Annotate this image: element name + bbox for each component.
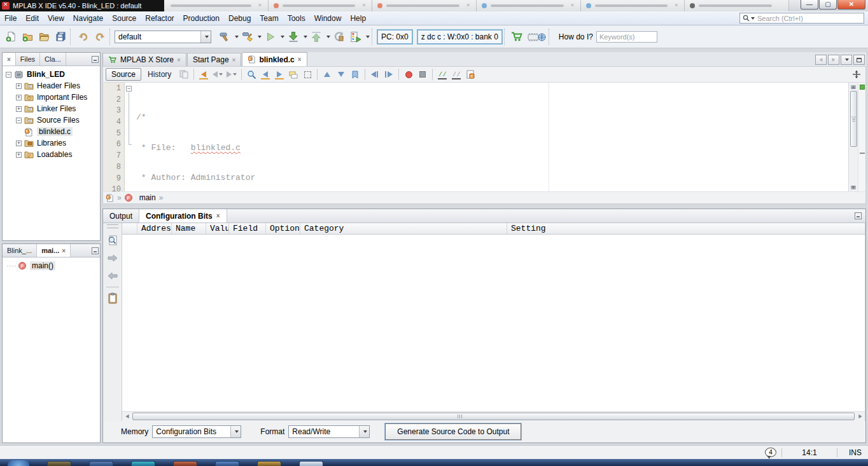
open-project-button[interactable] xyxy=(36,29,52,45)
scroll-tabs-right-button[interactable] xyxy=(828,55,839,65)
tab-blink-led[interactable]: Blink_... xyxy=(3,244,37,257)
tree-node-linker-files[interactable]: +Linker Files xyxy=(4,103,99,114)
tab-output[interactable]: Output xyxy=(103,209,139,223)
menu-production[interactable]: Production xyxy=(179,13,224,24)
new-file-button[interactable] xyxy=(3,29,19,45)
memory-dropdown-button[interactable] xyxy=(230,426,241,437)
error-stripe[interactable] xyxy=(858,83,865,191)
last-edit-position-icon[interactable] xyxy=(197,68,210,81)
search-input[interactable]: Search (Ctrl+I) xyxy=(739,13,864,24)
menu-tools[interactable]: Tools xyxy=(283,13,310,24)
scrollbar-thumb[interactable] xyxy=(850,91,857,147)
tab-blinkled-c[interactable]: C blinkled.c× xyxy=(242,52,307,66)
comment-icon[interactable]: ∕∕ xyxy=(436,68,449,81)
tab-classes[interactable]: Cla... xyxy=(40,53,66,65)
build-project-button[interactable] xyxy=(216,29,233,45)
menu-file[interactable]: File xyxy=(0,13,21,24)
scroll-tabs-left-button[interactable] xyxy=(815,55,827,65)
split-editor-icon[interactable] xyxy=(850,68,863,81)
taskbar-button[interactable] xyxy=(173,461,197,466)
tab-start-page[interactable]: Start Page× xyxy=(187,53,242,66)
scroll-right-icon[interactable] xyxy=(855,412,865,421)
forward-icon[interactable] xyxy=(225,68,238,81)
column-header[interactable]: Field xyxy=(229,223,266,234)
column-header[interactable]: Address xyxy=(137,223,172,234)
navigator-item-main[interactable]: ···· F main() xyxy=(3,260,100,271)
shift-right-icon[interactable] xyxy=(382,68,395,81)
jump-next-button[interactable] xyxy=(106,251,120,265)
table-horizontal-scrollbar[interactable] xyxy=(122,411,865,421)
redo-button[interactable] xyxy=(92,29,108,45)
notifications-icon[interactable]: 4 xyxy=(765,448,776,457)
close-icon[interactable]: × xyxy=(232,57,236,64)
expand-icon[interactable]: + xyxy=(16,152,22,158)
taskbar-button[interactable] xyxy=(47,461,71,466)
save-all-button[interactable] xyxy=(52,29,69,45)
tab-files[interactable]: Files xyxy=(16,53,40,65)
format-dropdown-button[interactable] xyxy=(359,426,369,437)
menu-debug[interactable]: Debug xyxy=(224,13,255,24)
close-icon[interactable]: × xyxy=(216,212,220,219)
program-device-dropdown-caret[interactable] xyxy=(302,29,308,45)
search-results-button[interactable] xyxy=(106,233,120,247)
menu-help[interactable]: Help xyxy=(346,13,370,24)
column-header[interactable]: Value xyxy=(206,223,229,234)
undo-button[interactable] xyxy=(75,29,92,45)
diff-icon[interactable] xyxy=(178,68,190,81)
tab-projects[interactable]: × xyxy=(3,53,16,65)
tree-node-project-root[interactable]: − Blink_LED xyxy=(4,69,99,80)
clipboard-button[interactable] xyxy=(106,291,120,305)
column-header[interactable]: Category xyxy=(300,223,507,234)
menu-team[interactable]: Team xyxy=(255,13,283,24)
format-dropdown[interactable]: Read/Write xyxy=(288,425,370,438)
uncomment-icon[interactable]: ∕∕ xyxy=(450,68,463,81)
build-dropdown-caret[interactable] xyxy=(233,29,239,45)
go-to-header-icon[interactable]: C xyxy=(464,68,477,81)
history-view-button[interactable]: History xyxy=(143,69,176,80)
find-next-icon[interactable] xyxy=(273,68,286,81)
mplab-store-button[interactable] xyxy=(509,29,526,45)
clean-build-button[interactable] xyxy=(239,29,256,45)
scroll-down-icon[interactable] xyxy=(850,183,858,191)
read-device-memory-button[interactable] xyxy=(308,29,325,45)
menu-window[interactable]: Window xyxy=(310,13,346,24)
search-scope-caret-icon[interactable] xyxy=(751,17,755,20)
taskbar-button[interactable] xyxy=(131,461,155,466)
breadcrumb-item[interactable]: main xyxy=(139,193,156,202)
close-icon[interactable]: × xyxy=(7,56,11,63)
tree-node-blinkled-file[interactable]: Cblinkled.c xyxy=(4,126,99,137)
scroll-left-icon[interactable] xyxy=(122,412,132,421)
taskbar-button[interactable] xyxy=(215,461,239,466)
taskbar-button-active[interactable] xyxy=(299,461,323,466)
column-header[interactable]: Option xyxy=(266,223,300,234)
expand-icon[interactable]: + xyxy=(16,83,22,89)
toggle-bookmark-icon[interactable] xyxy=(349,68,361,81)
code-fold-column[interactable]: − xyxy=(125,83,134,191)
start-button[interactable] xyxy=(8,460,29,466)
toggle-highlight-icon[interactable] xyxy=(287,68,300,81)
tree-node-libraries[interactable]: +Libraries xyxy=(4,137,99,149)
menu-view[interactable]: View xyxy=(43,13,69,24)
make-and-program-device-button[interactable] xyxy=(285,29,302,45)
scroll-up-icon[interactable] xyxy=(850,83,858,91)
close-icon[interactable]: × xyxy=(62,247,66,254)
keyword-input[interactable]: Keyword(s) xyxy=(596,31,657,43)
taskbar-button[interactable] xyxy=(89,461,113,466)
run-project-button[interactable] xyxy=(262,29,279,45)
device-resource-button[interactable] xyxy=(526,29,547,45)
minimize-panel-button[interactable] xyxy=(853,209,863,223)
configuration-dropdown-button[interactable] xyxy=(200,31,211,43)
next-bookmark-icon[interactable] xyxy=(335,68,347,81)
minimize-button[interactable]: — xyxy=(801,0,818,10)
tree-node-loadables[interactable]: +01Loadables xyxy=(4,149,99,160)
previous-bookmark-icon[interactable] xyxy=(321,68,333,81)
menu-source[interactable]: Source xyxy=(108,13,141,24)
drag-handle-icon[interactable] xyxy=(107,224,118,228)
minimize-panel-button[interactable] xyxy=(90,244,100,257)
menu-edit[interactable]: Edit xyxy=(21,13,43,24)
run-dropdown-caret[interactable] xyxy=(279,29,285,45)
shift-left-icon[interactable] xyxy=(368,68,381,81)
generate-source-code-button[interactable]: Generate Source Code to Output xyxy=(385,423,521,440)
minimize-panel-button[interactable] xyxy=(90,53,100,65)
tree-node-important-files[interactable]: +Important Files xyxy=(4,92,99,103)
